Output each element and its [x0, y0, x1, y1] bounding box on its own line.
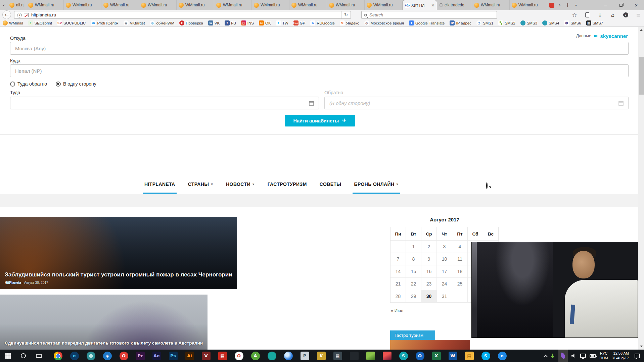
- android[interactable]: A: [247, 350, 264, 362]
- bookmark-item[interactable]: WMmail: [3, 20, 23, 25]
- browser-tab[interactable]: WMmail.ru: [327, 0, 365, 10]
- calendar-day-cell[interactable]: 25: [452, 278, 468, 290]
- chrome[interactable]: [50, 350, 66, 362]
- calendar-day-cell[interactable]: 9: [421, 253, 437, 265]
- search-bar[interactable]: Search: [361, 11, 497, 19]
- bookmark-item[interactable]: T Google Translate: [409, 20, 445, 25]
- dark-app[interactable]: [346, 350, 362, 362]
- photo-tile-2[interactable]: [379, 350, 395, 362]
- bookmark-item[interactable]: ◷ Московское время: [364, 20, 404, 25]
- bookmark-item[interactable]: ◔ SMS1: [476, 20, 493, 25]
- find-flights-button[interactable]: Найти авиабилеты ✈: [285, 115, 355, 126]
- action-center-icon[interactable]: [635, 354, 640, 358]
- grid-app[interactable]: ▦: [329, 350, 346, 362]
- scrollbar-up-icon[interactable]: [638, 28, 644, 33]
- bookmark-item[interactable]: ◻ INS: [241, 20, 254, 25]
- tab-scroll-left-icon[interactable]: ‹: [0, 0, 7, 10]
- opera-mini[interactable]: O: [231, 350, 247, 362]
- restore-button[interactable]: [613, 0, 629, 10]
- bookmark-item[interactable]: f FB: [225, 20, 236, 25]
- calendar-day-cell[interactable]: 28: [390, 290, 406, 303]
- calendar-day-cell[interactable]: 24: [437, 278, 452, 290]
- edge[interactable]: e: [66, 350, 83, 362]
- tab-scroll-right-icon[interactable]: ›: [556, 0, 563, 10]
- tab-close-icon[interactable]: ×: [431, 3, 435, 8]
- calendar-day-cell[interactable]: 8: [406, 253, 421, 265]
- site-search-button[interactable]: [486, 183, 494, 190]
- globe-app[interactable]: [280, 350, 296, 362]
- bookmark-item[interactable]: SP SOCPUBLIC: [57, 20, 86, 25]
- photo-tile-1[interactable]: [362, 350, 379, 362]
- bookmark-item[interactable]: ✉ OK: [259, 20, 271, 25]
- calendar-day-cell[interactable]: 7: [390, 253, 406, 265]
- calendar-day-cell[interactable]: 29: [406, 290, 421, 303]
- browser-tab[interactable]: WMmail.ru: [64, 0, 101, 10]
- article-title[interactable]: Сдвинувшийся телетрап повредил двигатель…: [5, 340, 203, 346]
- bookmark-star-icon[interactable]: ☆: [571, 12, 578, 18]
- roundtrip-radio[interactable]: [10, 82, 15, 87]
- language-indicator[interactable]: РУС RUM: [600, 351, 608, 361]
- calendar-day-cell[interactable]: 18: [452, 265, 468, 278]
- gastro-article-image[interactable]: [390, 340, 470, 350]
- calendar-day-cell[interactable]: 4: [452, 241, 468, 253]
- photoshop[interactable]: Ps: [165, 350, 181, 362]
- all-tabs-icon[interactable]: ▾: [572, 0, 580, 10]
- browser-tab[interactable]: WMmail.ru: [177, 0, 214, 10]
- ie[interactable]: e: [494, 350, 510, 362]
- teal-s-app[interactable]: S: [395, 350, 412, 362]
- browser-tab[interactable]: WMmail.ru: [472, 0, 510, 10]
- bookmark-item[interactable]: IP IP адрес: [450, 20, 471, 25]
- calendar-day-cell[interactable]: [390, 241, 406, 253]
- blocked-content-icon[interactable]: [24, 13, 29, 17]
- calendar-day-cell[interactable]: 17: [437, 265, 452, 278]
- bookmark-item[interactable]: w VK: [208, 20, 220, 25]
- nav-item[interactable]: СТРАНЫ ∨: [188, 179, 213, 194]
- after-effects[interactable]: Ae: [148, 350, 165, 362]
- bookmark-item[interactable]: SMS3: [520, 20, 537, 25]
- calendar-day-cell[interactable]: 10: [437, 253, 452, 265]
- browser-tab[interactable]: Hp Хит Пл ×: [402, 0, 437, 10]
- gastro-tourism-tab[interactable]: Гастро туризм: [390, 330, 435, 340]
- teal-app[interactable]: [264, 350, 280, 362]
- bookmark-item[interactable]: G+ GP: [293, 20, 306, 25]
- word[interactable]: W: [445, 350, 461, 362]
- calendar-day-cell[interactable]: 2: [421, 241, 437, 253]
- pocket-icon[interactable]: ∨: [622, 12, 629, 17]
- keys-app[interactable]: K: [313, 350, 329, 362]
- file-explorer[interactable]: ▤: [461, 350, 477, 362]
- article-card[interactable]: Сдвинувшийся телетрап повредил двигатель…: [0, 295, 208, 350]
- calendar-day-cell[interactable]: 15: [406, 265, 421, 278]
- previous-month-link[interactable]: « Июл: [391, 308, 403, 313]
- browser-tab[interactable]: WMmail.ru: [101, 0, 139, 10]
- to-input[interactable]: Непал (NP): [10, 64, 629, 77]
- calendar-day-cell[interactable]: 31: [437, 290, 452, 303]
- calendar-day-cell[interactable]: 1: [406, 241, 421, 253]
- taskbar-clock[interactable]: 12:56 AM 31-Aug-17: [612, 351, 629, 361]
- minimize-button[interactable]: –: [598, 0, 613, 10]
- video-player-overlay[interactable]: [471, 242, 638, 338]
- menu-icon[interactable]: ≡: [635, 12, 642, 18]
- excel[interactable]: X: [428, 350, 445, 362]
- from-input[interactable]: Москва (Any): [10, 42, 629, 55]
- info-icon[interactable]: i: [17, 13, 22, 17]
- bookmark-item[interactable]: ılı ProfiTCentR: [91, 20, 118, 25]
- back-button[interactable]: ←: [2, 10, 11, 19]
- reload-icon[interactable]: ↻: [341, 11, 351, 18]
- bookmark-item[interactable]: ☻ SMS6: [564, 20, 581, 25]
- browser-tab[interactable]: WMmail.ru: [289, 0, 327, 10]
- downloads-icon[interactable]: ↓: [596, 12, 604, 18]
- bookmark-item[interactable]: ▚ SMS2: [498, 20, 515, 25]
- calendar-day-cell[interactable]: 30: [421, 290, 437, 303]
- scrollbar-down-icon[interactable]: [638, 344, 644, 349]
- download-manager-icon[interactable]: [551, 354, 555, 358]
- bookmark-item[interactable]: Я Яндекс: [340, 20, 359, 25]
- close-button[interactable]: ×: [629, 0, 644, 10]
- browser-tab[interactable]: WMmail.ru: [26, 0, 64, 10]
- bookmark-item[interactable]: G RUGoogle: [310, 20, 335, 25]
- calendar-day-cell[interactable]: 3: [437, 241, 452, 253]
- calendar-day-cell[interactable]: 16: [421, 265, 437, 278]
- start-button[interactable]: [0, 350, 15, 362]
- opera[interactable]: O: [116, 350, 132, 362]
- url-bar[interactable]: i hitplaneta.ru ↻: [14, 11, 351, 19]
- page-scrollbar[interactable]: [638, 27, 644, 350]
